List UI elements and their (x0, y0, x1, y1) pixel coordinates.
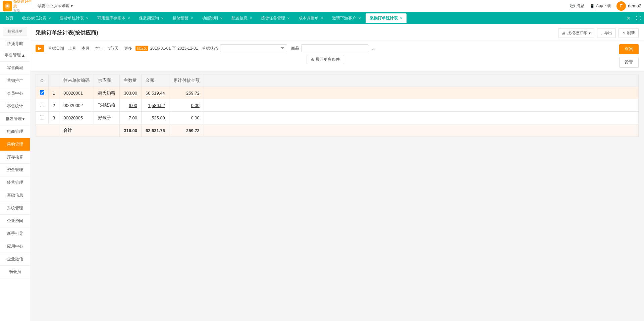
tab-receive-summary[interactable]: 收发存汇总表 ✕ (18, 13, 55, 23)
close-icon[interactable]: ✕ (127, 16, 130, 20)
tab-picking-tasks[interactable]: 拣货任务管理 ✕ (257, 13, 294, 23)
tab-home[interactable]: 首页 (1, 13, 17, 23)
sidebar-item-wholesale-mgmt[interactable]: 批发管理 ▾ (0, 113, 30, 125)
sidebar-item-enterprise-collab[interactable]: 企业协同 (0, 215, 30, 227)
export-button[interactable]: ↓ 导出 (597, 28, 616, 38)
tab-config-info[interactable]: 配置信息 ✕ (227, 13, 256, 23)
sidebar-item-retail-mgmt[interactable]: 零售管理 ▲ (0, 49, 30, 62)
row-checkbox[interactable] (40, 90, 44, 95)
goods-input[interactable] (301, 44, 368, 52)
status-select[interactable] (220, 44, 287, 52)
row-check[interactable] (36, 112, 49, 124)
filter-toggle-button[interactable]: ▶ (36, 45, 44, 52)
app-logo-text: 畅捷通好生意 标版 (13, 0, 33, 12)
close-icon[interactable]: ✕ (48, 16, 51, 20)
close-icon[interactable]: ✕ (358, 16, 361, 20)
row-main-qty[interactable]: 7.00 (120, 112, 142, 124)
row-amount[interactable]: 60,519.44 (142, 87, 169, 99)
table-header-row: ⚙ 往来单位编码 供应商 主数量 金额 累计付款金额 (36, 74, 639, 87)
col-header-paid-amount: 累计付款金额 (169, 74, 204, 87)
col-header-supplier: 供应商 (94, 74, 120, 87)
workspace-selector[interactable]: 母婴行业演示账套 ▾ (33, 3, 78, 9)
footer-paid-amount: 259.72 (169, 124, 204, 137)
username-label: demo2 (628, 3, 641, 8)
row-unit-code: 00020005 (59, 112, 94, 124)
close-icon[interactable]: ✕ (86, 16, 89, 20)
sidebar-quick-nav[interactable]: 快捷导航 (0, 39, 30, 49)
table-row: 3 00020005 好孩子 7.00 525.80 0.00 (36, 112, 639, 124)
dropdown-icon: ▾ (589, 31, 591, 36)
row-paid-amount[interactable]: 259.72 (169, 87, 204, 99)
row-paid-amount[interactable]: 0.00 (169, 99, 204, 112)
expand-filter-button[interactable]: ⊕ 展开更多条件 (307, 55, 344, 64)
date-shortcuts: 上月 本月 本年 近7天 更多 自定义 (66, 45, 148, 52)
maximize-icon[interactable]: ⛶ (634, 15, 643, 21)
row-main-qty[interactable]: 303.00 (120, 87, 142, 99)
close-icon[interactable]: ✕ (220, 16, 223, 20)
tab-expiry-query[interactable]: 保质期查询 ✕ (135, 13, 168, 23)
date-last-month[interactable]: 上月 (66, 45, 78, 52)
settings-icon[interactable]: ⚙ (40, 78, 44, 83)
table-row: 1 00020001 惠氏奶粉 303.00 60,519.44 259.72 (36, 87, 639, 99)
row-checkbox[interactable] (40, 103, 44, 107)
close-icon[interactable]: ✕ (191, 16, 193, 20)
date-more[interactable]: 更多 (122, 45, 134, 52)
row-main-qty[interactable]: 6.00 (120, 99, 142, 112)
close-tab-icon[interactable]: ✕ (625, 15, 633, 21)
row-check[interactable] (36, 87, 49, 99)
col-header-index (49, 74, 59, 87)
close-icon[interactable]: ✕ (321, 16, 323, 20)
filter-status-item: 单据状态 (202, 44, 287, 52)
refresh-icon: ↻ (622, 31, 626, 36)
date-last-7-days[interactable]: 近7天 (106, 45, 121, 52)
sidebar-item-inventory[interactable]: 库存核算 (0, 151, 30, 164)
message-button[interactable]: 💬 消息 (570, 3, 584, 9)
row-unit-code: 00020002 (59, 99, 94, 112)
data-table: ⚙ 往来单位编码 供应商 主数量 金额 累计付款金额 (36, 74, 639, 137)
more-options-icon[interactable]: … (370, 46, 377, 51)
download-icon: 📱 (590, 4, 595, 8)
refresh-button[interactable]: ↻ 刷新 (619, 28, 639, 38)
tab-purchase-summary[interactable]: 采购订单统计表 ✕ (366, 13, 407, 23)
sidebar-item-new-guide[interactable]: 新手引导 (0, 227, 30, 240)
tab-order-summary[interactable]: 要货单统计表 ✕ (56, 13, 93, 23)
app-download-button[interactable]: 📱 App下载 (590, 3, 611, 9)
close-icon[interactable]: ✕ (250, 16, 252, 20)
user-profile[interactable]: E demo2 (616, 1, 641, 11)
settings-button[interactable]: 设置 (619, 57, 639, 68)
sidebar-item-ecommerce[interactable]: 电商管理 (0, 125, 30, 138)
tab-function-guide[interactable]: 功能说明 ✕ (198, 13, 227, 23)
sidebar-search-section: 搜索菜单 (0, 24, 30, 39)
sidebar-item-operations[interactable]: 经营管理 (0, 176, 30, 189)
tab-cost-adjust[interactable]: 成本调整单 ✕ (294, 13, 327, 23)
date-this-month[interactable]: 本月 (79, 45, 92, 52)
sidebar-item-enterprise-wechat[interactable]: 企业微信 (0, 253, 30, 266)
sidebar-item-retail-mall[interactable]: 零售商城 (0, 62, 30, 74)
page-title: 采购订单统计表(按供应商) (36, 30, 98, 37)
sidebar-item-marketing[interactable]: 营销推广 (0, 74, 30, 87)
sidebar-item-basic-info[interactable]: 基础信息 (0, 189, 30, 202)
close-icon[interactable]: ✕ (400, 16, 402, 20)
tab-invite-downstream[interactable]: 邀请下游客户 ✕ (328, 13, 365, 23)
sidebar-item-retail-stats[interactable]: 零售统计 (0, 100, 30, 113)
row-check[interactable] (36, 99, 49, 112)
row-index: 3 (49, 112, 59, 124)
search-menu-button[interactable]: 搜索菜单 (3, 27, 27, 36)
close-icon[interactable]: ✕ (287, 16, 290, 20)
sidebar-item-finance[interactable]: 资金管理 (0, 164, 30, 176)
sidebar-item-member-center[interactable]: 会员中心 (0, 87, 30, 100)
print-button[interactable]: 🖨 按模板打印 ▾ (558, 28, 594, 38)
row-amount[interactable]: 1,586.52 (142, 99, 169, 112)
sidebar-item-system-mgmt[interactable]: 系统管理 (0, 202, 30, 215)
row-amount[interactable]: 525.80 (142, 112, 169, 124)
tab-available-stock[interactable]: 可用量库存账本 ✕ (93, 13, 134, 23)
close-icon[interactable]: ✕ (161, 16, 164, 20)
sidebar-item-app-center[interactable]: 应用中心 (0, 240, 30, 253)
row-checkbox[interactable] (40, 115, 44, 119)
sidebar-item-member-card[interactable]: 畅会员 (0, 266, 30, 278)
tab-overstock-warning[interactable]: 超储预警 ✕ (168, 13, 197, 23)
row-paid-amount[interactable]: 0.00 (169, 112, 204, 124)
sidebar-item-purchase-mgmt[interactable]: 采购管理 (0, 138, 30, 151)
date-this-year[interactable]: 本年 (93, 45, 105, 52)
query-button[interactable]: 查询 (619, 44, 639, 54)
